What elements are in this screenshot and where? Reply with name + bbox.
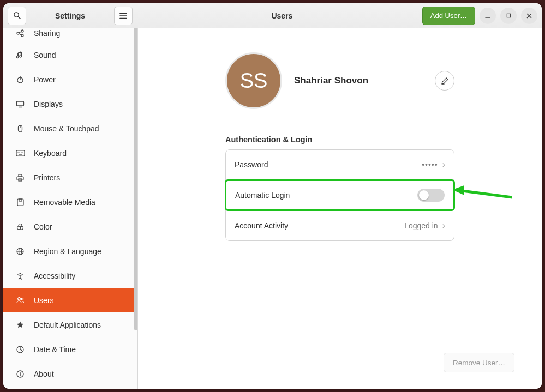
sidebar-item-label: Region & Language xyxy=(34,247,101,256)
svg-point-9 xyxy=(17,32,19,34)
svg-point-24 xyxy=(22,152,23,152)
svg-rect-16 xyxy=(17,101,24,106)
users-icon xyxy=(15,295,25,305)
close-icon xyxy=(526,13,532,19)
sidebar-item-label: Displays xyxy=(34,100,63,108)
hamburger-icon xyxy=(119,13,127,19)
printer-icon xyxy=(15,173,25,183)
svg-line-45 xyxy=(462,191,512,197)
headerbar: Settings Users Add User… xyxy=(3,3,542,28)
svg-rect-26 xyxy=(17,177,23,180)
close-button[interactable] xyxy=(521,8,537,24)
sidebar-item-displays[interactable]: Displays xyxy=(3,92,137,116)
svg-point-38 xyxy=(17,297,20,300)
account-activity-value: Logged in xyxy=(404,221,438,230)
headerbar-right: Users Add User… xyxy=(137,3,542,28)
sidebar-item-label: Default Applications xyxy=(34,321,101,329)
sidebar-item-accessibility[interactable]: Accessibility xyxy=(3,263,137,288)
sidebar[interactable]: Sharing Sound Power Displays Mouse & Tou… xyxy=(3,28,138,389)
sidebar-item-mouse-touchpad[interactable]: Mouse & Touchpad xyxy=(3,116,137,141)
avatar[interactable]: SS xyxy=(225,52,282,109)
sidebar-item-label: Date & Time xyxy=(34,345,76,354)
sidebar-item-keyboard[interactable]: Keyboard xyxy=(3,141,137,165)
power-icon xyxy=(15,75,25,85)
sidebar-scrollbar[interactable] xyxy=(134,28,137,330)
auth-section-title: Authentication & Login xyxy=(225,135,454,144)
sidebar-item-printers[interactable]: Printers xyxy=(3,165,137,190)
sidebar-item-power[interactable]: Power xyxy=(3,67,137,92)
svg-rect-27 xyxy=(19,174,22,177)
sidebar-item-label: Sound xyxy=(34,51,56,59)
sidebar-item-users[interactable]: Users xyxy=(3,288,137,312)
sidebar-item-date-time[interactable]: Date & Time xyxy=(3,337,137,361)
keyboard-icon xyxy=(15,148,25,158)
sidebar-item-removable-media[interactable]: Removable Media xyxy=(3,190,137,214)
account-activity-label: Account Activity xyxy=(235,221,404,230)
sidebar-item-sharing[interactable]: Sharing xyxy=(3,28,137,43)
sidebar-item-label: Color xyxy=(34,222,52,231)
minimize-button[interactable] xyxy=(480,8,496,24)
svg-point-39 xyxy=(21,298,23,300)
settings-title: Settings xyxy=(26,11,114,20)
svg-rect-29 xyxy=(17,199,23,206)
headerbar-left: Settings xyxy=(3,3,137,28)
password-row[interactable]: Password ••••• › xyxy=(226,150,454,180)
maximize-button[interactable] xyxy=(500,8,517,24)
annotation-arrow-icon xyxy=(452,185,512,202)
sidebar-item-default-applications[interactable]: Default Applications xyxy=(3,312,137,337)
svg-point-42 xyxy=(20,372,21,373)
sidebar-item-label: About xyxy=(34,370,54,378)
svg-point-21 xyxy=(17,152,18,152)
displays-icon xyxy=(15,99,25,109)
sidebar-item-region-language[interactable]: Region & Language xyxy=(3,239,137,263)
sidebar-item-label: Keyboard xyxy=(34,149,67,158)
svg-rect-30 xyxy=(19,199,22,201)
remove-user-button[interactable]: Remove User… xyxy=(444,353,514,372)
password-label: Password xyxy=(235,160,422,169)
svg-rect-6 xyxy=(507,14,510,17)
svg-line-1 xyxy=(18,17,20,19)
automatic-login-label: Automatic Login xyxy=(235,191,417,200)
chevron-right-icon: › xyxy=(442,221,445,231)
svg-point-37 xyxy=(20,273,21,274)
automatic-login-row[interactable]: Automatic Login xyxy=(225,179,455,211)
svg-line-12 xyxy=(19,32,22,33)
sidebar-item-label: Users xyxy=(34,296,54,305)
accessibility-icon xyxy=(15,271,25,281)
settings-window: Settings Users Add User… Sha xyxy=(3,3,542,389)
account-activity-row[interactable]: Account Activity Logged in › xyxy=(226,210,454,240)
main-content: SS Shahriar Shovon Authentication & Logi… xyxy=(138,28,542,389)
removable-media-icon xyxy=(15,197,25,207)
edit-icon xyxy=(441,77,449,85)
svg-point-22 xyxy=(19,152,20,152)
sidebar-item-label: Mouse & Touchpad xyxy=(34,124,99,133)
auth-panel: Password ••••• › Automatic Login Account… xyxy=(225,149,454,241)
add-user-button[interactable]: Add User… xyxy=(422,7,475,25)
info-icon xyxy=(15,369,25,379)
edit-name-button[interactable] xyxy=(435,71,454,91)
display-name: Shahriar Shovon xyxy=(294,75,423,86)
window-body: Sharing Sound Power Displays Mouse & Tou… xyxy=(3,28,542,389)
hamburger-menu-button[interactable] xyxy=(114,7,133,25)
sidebar-item-color[interactable]: Color xyxy=(3,214,137,239)
svg-rect-20 xyxy=(16,150,25,156)
star-icon xyxy=(15,320,25,330)
sidebar-item-label: Printers xyxy=(34,173,60,182)
sharing-icon xyxy=(15,28,25,38)
sound-icon xyxy=(15,50,25,60)
svg-point-23 xyxy=(21,152,21,152)
globe-icon xyxy=(15,246,25,256)
sidebar-item-label: Sharing xyxy=(34,29,60,38)
svg-point-11 xyxy=(21,34,23,37)
mouse-icon xyxy=(15,124,25,134)
password-value: ••••• xyxy=(422,160,438,169)
sidebar-item-about[interactable]: About xyxy=(3,361,137,386)
sidebar-item-label: Power xyxy=(34,75,56,84)
profile-row: SS Shahriar Shovon xyxy=(225,52,454,109)
automatic-login-toggle[interactable] xyxy=(417,189,445,202)
clock-icon xyxy=(15,345,25,354)
search-icon xyxy=(13,11,21,20)
search-button[interactable] xyxy=(8,7,26,25)
sidebar-item-sound[interactable]: Sound xyxy=(3,43,137,67)
sidebar-item-label: Removable Media xyxy=(34,198,95,207)
